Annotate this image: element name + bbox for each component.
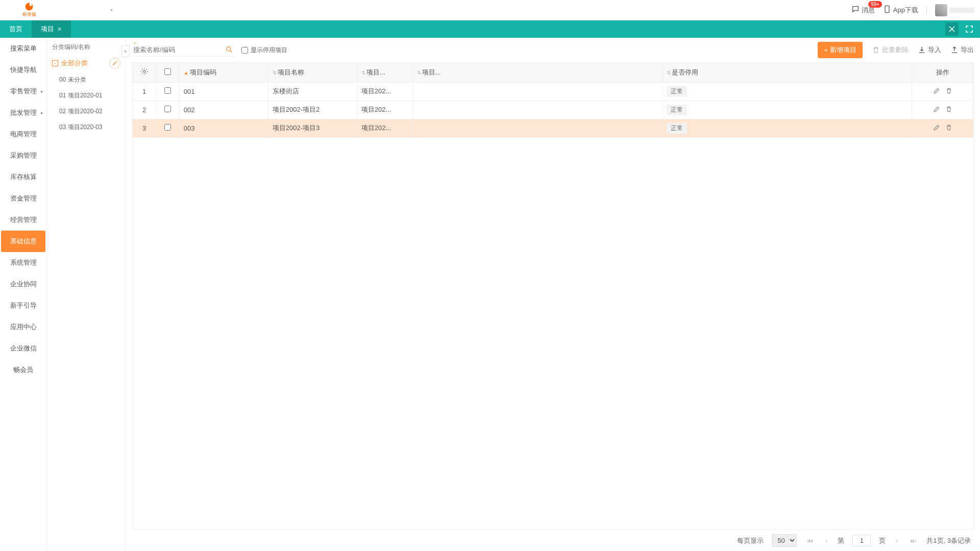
pagination: 每页显示 50 ⏮ ‹ 第 页 › ⏭ 共1页, 3条记录 bbox=[132, 530, 974, 551]
row-checkbox[interactable] bbox=[164, 124, 171, 131]
row-col1: 项目202... bbox=[357, 119, 412, 137]
nav-label: 资金管理 bbox=[10, 194, 37, 203]
category-panel: − 全部分类 00 未分类01 项目2020-0102 项目2020-0203 … bbox=[47, 38, 126, 551]
toolbar-right: + 新增项目 批量删除 导入 导出 bbox=[818, 42, 974, 58]
nav-label: 快捷导航 bbox=[10, 65, 37, 74]
row-status: 正常 bbox=[662, 101, 912, 119]
select-all-checkbox[interactable] bbox=[164, 68, 171, 75]
nav-item[interactable]: 电商管理 bbox=[0, 123, 46, 145]
row-checkbox[interactable] bbox=[164, 106, 171, 112]
nav-item[interactable]: 经营管理 bbox=[0, 209, 46, 231]
export-button[interactable]: 导出 bbox=[950, 45, 974, 55]
search-input[interactable] bbox=[132, 43, 234, 57]
tab-project[interactable]: 项目 ✕ bbox=[32, 20, 71, 38]
edit-row-button[interactable] bbox=[933, 87, 940, 96]
header-right: 消息 99+ App下载 bbox=[851, 4, 974, 16]
status-badge: 正常 bbox=[667, 123, 687, 134]
nav-item[interactable]: 批发管理▸ bbox=[0, 102, 46, 123]
nav-item[interactable]: 企业协同 bbox=[0, 273, 46, 295]
category-root[interactable]: − 全部分类 bbox=[47, 55, 126, 72]
row-col2 bbox=[412, 101, 662, 119]
page-input[interactable] bbox=[852, 535, 871, 546]
nav-item[interactable]: 基础信息 bbox=[1, 231, 45, 252]
row-code: 002 bbox=[179, 101, 268, 119]
category-item[interactable]: 03 项目2020-03 bbox=[47, 119, 126, 135]
show-disabled-checkbox[interactable] bbox=[241, 47, 248, 54]
nav-label: 系统管理 bbox=[10, 258, 37, 267]
collapse-panel-button[interactable]: « bbox=[121, 45, 130, 57]
row-checkbox-cell bbox=[156, 82, 180, 101]
tab-home[interactable]: 首页 bbox=[0, 20, 32, 38]
table-container: ▲项目编码 ⇅项目名称 ⇅项目... ⇅项目... ⇅是否停用 操作 1 001… bbox=[132, 62, 974, 530]
category-search-input[interactable] bbox=[52, 43, 129, 51]
nav-item[interactable]: 新手引导 bbox=[0, 295, 46, 316]
nav-label: 电商管理 bbox=[10, 130, 37, 139]
first-page-button[interactable]: ⏮ bbox=[805, 537, 815, 544]
main-shell: 搜索菜单快捷导航零售管理▸批发管理▸电商管理采购管理库存核算资金管理经营管理基础… bbox=[0, 38, 980, 551]
nav-label: 零售管理 bbox=[10, 87, 37, 96]
row-checkbox-cell bbox=[156, 119, 180, 137]
app-download-link[interactable]: App下载 bbox=[883, 5, 918, 15]
row-name: 东楼街店 bbox=[268, 82, 357, 101]
table-row[interactable]: 3 003 项目2002-项目3 项目202... 正常 bbox=[133, 119, 973, 137]
search-icon[interactable] bbox=[225, 45, 233, 55]
nav-item[interactable]: 系统管理 bbox=[0, 252, 46, 273]
row-checkbox[interactable] bbox=[164, 87, 171, 94]
row-index: 3 bbox=[133, 119, 156, 137]
show-disabled-toggle[interactable]: 显示停用项目 bbox=[241, 46, 287, 55]
org-selector[interactable]: ▾ bbox=[62, 6, 113, 14]
messages-link[interactable]: 消息 99+ bbox=[851, 5, 875, 15]
close-all-tabs-button[interactable] bbox=[945, 22, 959, 36]
edit-row-button[interactable] bbox=[933, 124, 940, 133]
category-item[interactable]: 00 未分类 bbox=[47, 72, 126, 88]
delete-row-button[interactable] bbox=[945, 124, 952, 133]
per-page-select[interactable]: 50 bbox=[772, 534, 797, 547]
table-header-row: ▲项目编码 ⇅项目名称 ⇅项目... ⇅项目... ⇅是否停用 操作 bbox=[133, 63, 973, 82]
ops-column-header: 操作 bbox=[912, 63, 973, 82]
nav-item[interactable]: 零售管理▸ bbox=[0, 81, 46, 102]
ops-header-label: 操作 bbox=[936, 68, 949, 76]
nav-item[interactable]: 资金管理 bbox=[0, 188, 46, 209]
delete-row-button[interactable] bbox=[945, 87, 952, 96]
category-item[interactable]: 01 项目2020-01 bbox=[47, 88, 126, 104]
chat-icon bbox=[851, 5, 860, 15]
col2-header[interactable]: ⇅项目... bbox=[412, 63, 662, 82]
nav-item[interactable]: 采购管理 bbox=[0, 145, 46, 166]
edit-category-button[interactable] bbox=[109, 58, 120, 69]
nav-item[interactable]: 企业微信 bbox=[0, 338, 46, 359]
fullscreen-button[interactable] bbox=[963, 22, 976, 36]
table-row[interactable]: 1 001 东楼街店 项目202... 正常 bbox=[133, 82, 973, 101]
user-menu[interactable] bbox=[935, 4, 974, 16]
close-icon[interactable]: ✕ bbox=[57, 26, 62, 33]
name-column-header[interactable]: ⇅项目名称 bbox=[268, 63, 357, 82]
row-col1: 项目202... bbox=[357, 101, 412, 119]
messages-badge: 99+ bbox=[868, 1, 882, 8]
nav-item[interactable]: 应用中心 bbox=[0, 316, 46, 338]
row-index: 2 bbox=[133, 101, 156, 119]
row-name: 项目2002-项目3 bbox=[268, 119, 357, 137]
brand-logo: 标准版 bbox=[6, 1, 52, 20]
code-column-header[interactable]: ▲项目编码 bbox=[179, 63, 268, 82]
col1-header[interactable]: ⇅项目... bbox=[357, 63, 412, 82]
nav-item[interactable]: 库存核算 bbox=[0, 166, 46, 188]
category-item[interactable]: 02 项目2020-02 bbox=[47, 104, 126, 119]
new-project-button[interactable]: + 新增项目 bbox=[818, 42, 863, 58]
row-ops bbox=[912, 101, 973, 119]
prev-page-button[interactable]: ‹ bbox=[823, 537, 829, 544]
import-button[interactable]: 导入 bbox=[918, 45, 941, 55]
gear-icon bbox=[140, 67, 149, 76]
main-content: 显示停用项目 + 新增项目 批量删除 导入 导出 bbox=[126, 38, 980, 551]
nav-item[interactable]: 快捷导航 bbox=[0, 59, 46, 81]
settings-column-header[interactable] bbox=[133, 63, 156, 82]
collapse-icon[interactable]: − bbox=[52, 60, 58, 66]
checkbox-column-header[interactable] bbox=[156, 63, 180, 82]
nav-item[interactable]: 畅会员 bbox=[0, 359, 46, 381]
edit-row-button[interactable] bbox=[933, 106, 940, 114]
status-column-header[interactable]: ⇅是否停用 bbox=[662, 63, 912, 82]
last-page-button[interactable]: ⏭ bbox=[908, 537, 918, 544]
nav-item[interactable]: 搜索菜单 bbox=[0, 38, 46, 59]
next-page-button[interactable]: › bbox=[894, 537, 900, 544]
table-row[interactable]: 2 002 项目2002-项目2 项目202... 正常 bbox=[133, 101, 973, 119]
tab-label: 项目 bbox=[41, 24, 54, 34]
delete-row-button[interactable] bbox=[945, 106, 952, 114]
